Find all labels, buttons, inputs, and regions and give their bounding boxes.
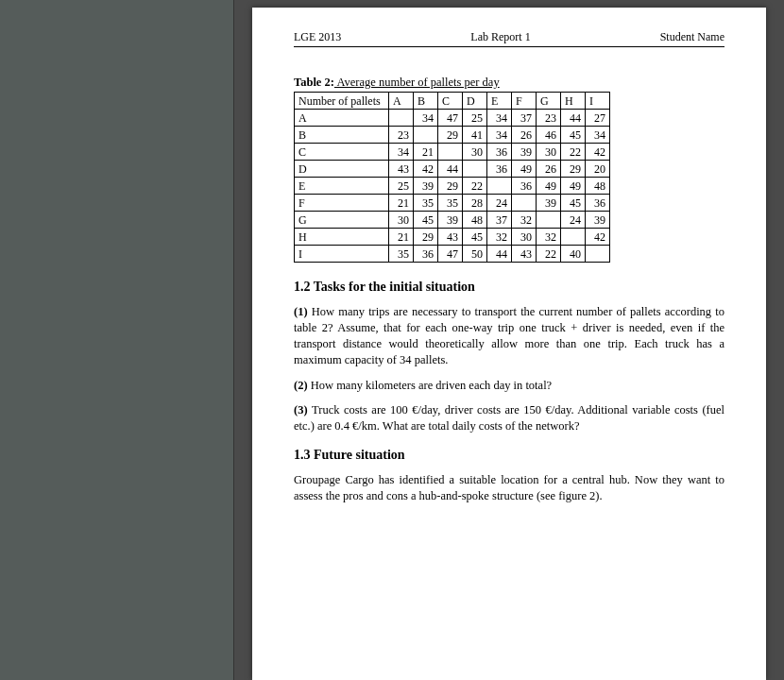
col-C: C: [438, 93, 463, 110]
table-cell: 39: [537, 195, 561, 212]
table-cell: 44: [561, 110, 586, 127]
q2-number: (2): [294, 379, 311, 392]
col-E: E: [487, 93, 512, 110]
table-cell: 42: [414, 161, 438, 178]
table-cell: 44: [438, 161, 463, 178]
table-cell: 32: [487, 229, 512, 246]
table-cell: 37: [487, 212, 512, 229]
table-cell: 21: [414, 144, 438, 161]
row-label: C: [295, 144, 389, 161]
table-cell: [463, 161, 487, 178]
q1-number: (1): [294, 305, 312, 318]
table-cell: 20: [586, 161, 610, 178]
table-cell: [389, 110, 414, 127]
table-cell: 30: [537, 144, 561, 161]
table-cell: 29: [438, 178, 463, 195]
table-cell: 30: [389, 212, 414, 229]
table-cell: 47: [438, 246, 463, 263]
table-cell: 22: [537, 246, 561, 263]
row-header-label: Number of pallets: [295, 93, 389, 110]
pallets-table: Number of pallets A B C D E F G H I A344…: [294, 92, 610, 263]
row-label: D: [295, 161, 389, 178]
table-cell: 41: [463, 127, 487, 144]
table-caption: Table 2: Average number of pallets per d…: [294, 76, 724, 90]
col-B: B: [414, 93, 438, 110]
table-cell: 25: [389, 178, 414, 195]
table-cell: [438, 144, 463, 161]
col-H: H: [561, 93, 586, 110]
table-cell: 30: [512, 229, 537, 246]
future-paragraph: Groupage Cargo has identified a suitable…: [294, 472, 724, 504]
table-cell: 24: [561, 212, 586, 229]
row-label: B: [295, 127, 389, 144]
table-cell: 21: [389, 195, 414, 212]
table-cell: 40: [561, 246, 586, 263]
table-cell: 36: [414, 246, 438, 263]
table-cell: 45: [561, 127, 586, 144]
table-cell: 27: [586, 110, 610, 127]
col-I: I: [586, 93, 610, 110]
table-cell: 45: [561, 195, 586, 212]
table-row: E2539292236494948: [295, 178, 610, 195]
table-cell: 34: [487, 127, 512, 144]
table-cell: [561, 229, 586, 246]
table-cell: 39: [512, 144, 537, 161]
q3-number: (3): [294, 403, 312, 416]
table-cell: 36: [487, 144, 512, 161]
table-cell: 30: [463, 144, 487, 161]
table-cell: 49: [561, 178, 586, 195]
table-cell: 23: [537, 110, 561, 127]
table-cell: 29: [414, 229, 438, 246]
row-label: I: [295, 246, 389, 263]
table-cell: 49: [512, 161, 537, 178]
document-viewport[interactable]: LGE 2013 Lab Report 1 Student Name Table…: [234, 0, 784, 680]
table-cell: 22: [463, 178, 487, 195]
table-cell: 28: [463, 195, 487, 212]
table-cell: 43: [389, 161, 414, 178]
table-cell: 45: [463, 229, 487, 246]
col-A: A: [389, 93, 414, 110]
row-label: E: [295, 178, 389, 195]
table-cell: 49: [537, 178, 561, 195]
table-cell: 35: [389, 246, 414, 263]
table-cell: 35: [414, 195, 438, 212]
table-cell: 34: [389, 144, 414, 161]
table-row: H2129434532303242: [295, 229, 610, 246]
running-header: LGE 2013 Lab Report 1 Student Name: [294, 30, 724, 47]
col-F: F: [512, 93, 537, 110]
table-cell: [487, 178, 512, 195]
table-caption-prefix: Table 2:: [294, 76, 334, 89]
table-row: B2329413426464534: [295, 127, 610, 144]
table-row: A3447253437234427: [295, 110, 610, 127]
q2-text: How many kilometers are driven each day …: [311, 379, 552, 392]
table-cell: 26: [537, 161, 561, 178]
table-cell: 35: [438, 195, 463, 212]
row-label: H: [295, 229, 389, 246]
header-left: LGE 2013: [294, 30, 341, 44]
row-label: A: [295, 110, 389, 127]
table-cell: 48: [586, 178, 610, 195]
row-label: F: [295, 195, 389, 212]
table-cell: 34: [487, 110, 512, 127]
section-1-2-heading: 1.2 Tasks for the initial situation: [294, 280, 724, 295]
table-cell: 36: [487, 161, 512, 178]
table-cell: 39: [586, 212, 610, 229]
table-cell: 34: [414, 110, 438, 127]
table-cell: [512, 195, 537, 212]
table-cell: 23: [389, 127, 414, 144]
table-cell: 44: [487, 246, 512, 263]
table-cell: 24: [487, 195, 512, 212]
header-center: Lab Report 1: [470, 30, 530, 44]
table-cell: 39: [414, 178, 438, 195]
thumbnail-sidebar: [0, 0, 234, 680]
table-row: G3045394837322439: [295, 212, 610, 229]
table-cell: 29: [561, 161, 586, 178]
table-cell: 32: [537, 229, 561, 246]
q1-text: How many trips are necessary to transpor…: [294, 305, 724, 366]
col-D: D: [463, 93, 487, 110]
table-cell: 29: [438, 127, 463, 144]
table-cell: 42: [586, 229, 610, 246]
table-row: I3536475044432240: [295, 246, 610, 263]
col-G: G: [537, 93, 561, 110]
q3-text: Truck costs are 100 €/day, driver costs …: [294, 403, 724, 433]
